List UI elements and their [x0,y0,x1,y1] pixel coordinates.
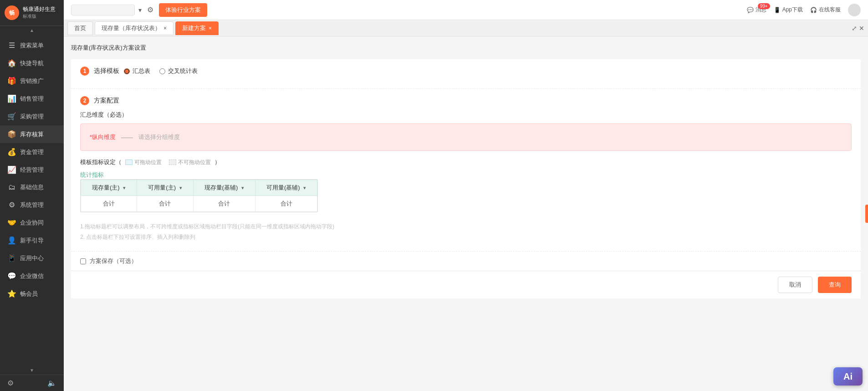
indicator-settings: 模板指标设定（ 可拖动位置 不可拖动位置 ） [80,158,852,241]
stats-col-4-dropdown[interactable]: ▾ [303,185,306,190]
legend-draggable: 可拖动位置 [125,159,162,166]
sidebar-item-inventory[interactable]: 📦 库存核算 [0,125,64,143]
dimension-placeholder: 请选择分组维度 [138,133,180,141]
sidebar-item-sales[interactable]: 📊 销售管理 [0,90,64,108]
header-search-area: ▾ [71,5,142,15]
app-version: 标准版 [23,13,56,20]
sidebar-item-purchase[interactable]: 🛒 采购管理 [0,108,64,125]
tip-1: 1.拖动标题栏可以调整布局，不可跨维度或指标区域拖动栏目字段(只能在同一维度或指… [80,223,852,231]
tips-area: 1.拖动标题栏可以调整布局，不可跨维度或指标区域拖动栏目字段(只能在同一维度或指… [80,223,852,241]
stats-col-2-header[interactable]: 可用量(主) ▾ [137,180,193,196]
stats-col-1-header[interactable]: 现存量(主) ▾ [81,180,137,196]
sidebar-item-basic[interactable]: 🗂 基础信息 [0,179,64,196]
ai-badge[interactable]: Ai [833,367,863,386]
radio-summary-input[interactable] [124,68,130,74]
sidebar-item-member[interactable]: ⭐ 畅会员 [0,285,64,303]
tab-expand-button[interactable]: ⤢ [852,25,857,32]
sidebar-label-marketing: 营销推广 [20,77,44,85]
sidebar-scroll-down[interactable]: ▼ [0,366,64,375]
sidebar-item-newuser[interactable]: 👤 新手引导 [0,232,64,249]
header-search-input[interactable] [71,5,135,15]
header-gear-button[interactable]: ⚙ [147,5,153,14]
settings-bottom-icon[interactable]: ⚙ [7,379,14,387]
box-icon: 📦 [7,130,16,139]
headset-icon: 🎧 [810,7,817,13]
legend-nodrag-box [169,159,176,165]
radio-crosstab-label: 交叉统计表 [168,67,198,75]
dimension-area[interactable]: *纵向维度 —— 请选择分组维度 [80,123,852,151]
star-icon: ⭐ [7,289,16,298]
tab-new-plan-label: 新建方案 [182,24,206,32]
stats-col-3-header[interactable]: 现存量(基辅) ▾ [193,180,255,196]
legend-draggable-label: 可拖动位置 [134,159,162,166]
query-button[interactable]: 查询 [818,277,852,293]
radio-crosstab-input[interactable] [159,68,165,74]
radio-summary[interactable]: 汇总表 [124,67,150,75]
home-icon: 🏠 [7,59,16,67]
cart-icon: 🛒 [7,112,16,121]
indicator-closing: ） [214,158,220,166]
sidebar-label-cooperation: 企业协同 [20,219,44,227]
save-checkbox[interactable] [80,258,86,264]
save-option: 方案保存（可选） [71,252,861,271]
sidebar-label-sales: 销售管理 [20,95,44,103]
stats-col-1-dropdown[interactable]: ▾ [123,185,126,190]
right-handle [865,205,868,223]
sidebar-label-inventory: 库存核算 [20,130,44,139]
trend-icon: 📈 [7,165,16,174]
sidebar-bottom: ⚙ 🔈 [0,375,64,391]
sidebar-item-search[interactable]: ☰ 搜索菜单 [0,36,64,54]
tab-home[interactable]: 首页 [67,21,93,35]
header-left: ▾ ⚙ 体验行业方案 [71,3,207,17]
sidebar-label-appcenter: 应用中心 [20,254,44,262]
sidebar-item-cooperation[interactable]: 🤝 企业协同 [0,214,64,232]
header-dropdown-button[interactable]: ▾ [138,6,142,14]
stats-col-2-dropdown[interactable]: ▾ [179,185,182,190]
cancel-button[interactable]: 取消 [778,277,812,293]
tab-inventory-close[interactable]: × [163,25,167,31]
online-service-button[interactable]: 🎧 在线客服 [810,6,841,14]
tab-new-plan[interactable]: 新建方案 × [175,21,219,35]
stats-col-3-label: 现存量(基辅) [204,184,238,191]
sidebar-label-quicknav: 快捷导航 [20,59,44,67]
dimension-separator: —— [121,134,133,141]
tip-2: 2. 点击标题栏下拉可设置排序、插入列和删除列 [80,233,852,241]
tab-bar: 首页 现存量（库存状况表） × 新建方案 × ⤢ ✕ [64,20,868,36]
page-title: 现存量(库存状况表)方案设置 [71,44,861,52]
tab-inventory[interactable]: 现存量（库存状况表） × [95,21,174,35]
folder-icon: 🗂 [7,183,16,191]
sidebar-scroll-up[interactable]: ▲ [0,26,64,35]
sidebar-item-operations[interactable]: 📈 经营管理 [0,161,64,179]
radio-crosstab[interactable]: 交叉统计表 [159,67,198,75]
sidebar-item-appcenter[interactable]: 📱 应用中心 [0,249,64,267]
tab-collapse-button[interactable]: ✕ [859,25,864,32]
sidebar-item-wechat[interactable]: 💬 企业微信 [0,267,64,285]
user-avatar[interactable] [848,4,861,16]
money-icon: 💰 [7,148,16,156]
volume-icon[interactable]: 🔈 [47,379,56,387]
stats-cell-2: 合计 [137,196,193,212]
stats-col-1-label: 现存量(主) [92,184,120,191]
section-template: 1 选择模板 汇总表 交叉统计表 [71,59,861,89]
mobile-icon: 📱 [7,254,16,262]
message-button[interactable]: 💬 消息 99+ [747,6,766,14]
sidebar-label-operations: 经营管理 [20,166,44,174]
indicator-legend: 可拖动位置 不可拖动位置 [125,159,211,166]
sidebar-item-finance[interactable]: 💰 资金管理 [0,143,64,161]
top-header: ▾ ⚙ 体验行业方案 💬 消息 99+ 📱 App下载 🎧 在线客服 [64,0,868,20]
sidebar-item-system[interactable]: ⚙ 系统管理 [0,196,64,214]
indicator-label-text: 模板指标设定（ [80,158,122,166]
sidebar: 畅 畅康通好生意 标准版 ▲ ☰ 搜索菜单 🏠 快捷导航 🎁 营销推广 📊 销售… [0,0,64,391]
sidebar-label-search: 搜索菜单 [20,41,44,50]
stats-col-4-header[interactable]: 可用量(基辅) ▾ [255,180,317,196]
legend-nodrag: 不可拖动位置 [169,159,211,166]
sidebar-item-marketing[interactable]: 🎁 营销推广 [0,72,64,90]
trial-button[interactable]: 体验行业方案 [159,3,207,17]
save-label: 方案保存（可选） [90,257,137,265]
dimension-required-marker: *纵向维度 [90,133,116,141]
stats-col-3-dropdown[interactable]: ▾ [241,185,244,190]
tab-new-plan-close[interactable]: × [209,25,212,31]
user-icon: 👤 [7,236,16,245]
sidebar-item-quicknav[interactable]: 🏠 快捷导航 [0,54,64,72]
app-download-button[interactable]: 📱 App下载 [774,6,803,14]
